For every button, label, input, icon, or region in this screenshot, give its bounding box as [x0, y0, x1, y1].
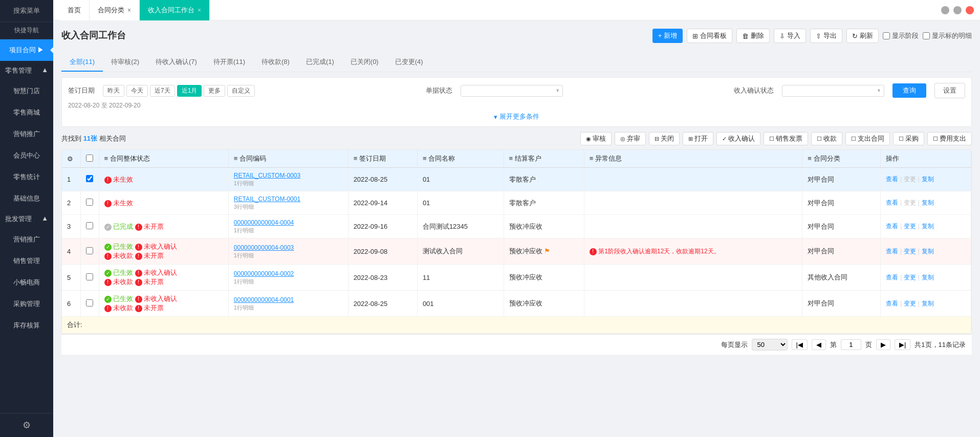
page-prev-button[interactable]: ◀	[812, 339, 826, 350]
sidebar-item-base-info[interactable]: 基础信息	[0, 188, 53, 209]
row1-view[interactable]: 查看	[886, 176, 898, 183]
income-confirm-select[interactable]	[782, 85, 884, 97]
tab-income-workbench[interactable]: 收入合同工作台 ×	[140, 0, 210, 20]
sidebar-item-retail-mall[interactable]: 零售商城	[0, 102, 53, 123]
status-tab-pending-review[interactable]: 待审核(2)	[103, 53, 147, 72]
page-next-button[interactable]: ▶	[876, 339, 890, 350]
expense-button[interactable]: ☐ 费用支出	[927, 132, 972, 145]
row3-copy[interactable]: 复制	[922, 223, 934, 230]
per-page-select[interactable]: 50 100 200	[752, 339, 788, 351]
date-btn-custom[interactable]: 自定义	[227, 85, 255, 97]
sidebar-search[interactable]: 搜索菜单	[0, 0, 53, 22]
tab-contract-type-close[interactable]: ×	[127, 7, 131, 14]
show-mark-checkbox[interactable]	[923, 32, 930, 39]
row5-view[interactable]: 查看	[886, 274, 898, 281]
sidebar-item-inventory[interactable]: 库存核算	[0, 315, 53, 336]
row1-code-link[interactable]: RETAIL_CUSTOM-0003	[234, 172, 300, 179]
row4-change[interactable]: 变更	[904, 248, 916, 255]
row2-code-link[interactable]: RETAIL_CUSTOM-0001	[234, 195, 300, 203]
query-button[interactable]: 查询	[892, 83, 926, 98]
sidebar-item-purchase[interactable]: 采购管理	[0, 293, 53, 315]
row4-code-link[interactable]: 0000000000004-0003	[234, 244, 294, 251]
sidebar-settings[interactable]: ⚙	[0, 413, 53, 437]
tab-home[interactable]: 首页	[59, 0, 90, 20]
page-first-button[interactable]: |◀	[792, 339, 808, 350]
th-settings[interactable]: ⚙	[62, 150, 80, 168]
status-tab-pending-invoice[interactable]: 待开票(11)	[205, 53, 253, 72]
row5-change[interactable]: 变更	[904, 274, 916, 281]
show-stage-checkbox[interactable]	[883, 32, 890, 39]
sidebar-item-xiaochangec[interactable]: 小畅电商	[0, 272, 53, 293]
row1-copy[interactable]: 复制	[922, 176, 934, 183]
row2-select-checkbox[interactable]	[86, 199, 93, 206]
window-close[interactable]	[966, 6, 974, 14]
date-btn-today[interactable]: 今天	[126, 85, 148, 97]
doc-status-select[interactable]	[461, 85, 563, 97]
tab-contract-type[interactable]: 合同分类 ×	[90, 0, 140, 20]
expand-filter-button[interactable]: ▾ 展开更多条件	[68, 112, 965, 121]
sidebar-item-sales-mgmt[interactable]: 销售管理	[0, 250, 53, 272]
row1-change[interactable]: 变更	[904, 176, 916, 183]
window-minimize[interactable]	[941, 6, 949, 14]
sidebar-item-retail-stats[interactable]: 零售统计	[0, 166, 53, 188]
page-last-button[interactable]: ▶|	[895, 339, 910, 350]
status-tab-completed[interactable]: 已完成(1)	[298, 53, 342, 72]
row6-change[interactable]: 变更	[904, 300, 916, 307]
collect-button[interactable]: ☐ 收款	[811, 132, 842, 145]
row1-select-checkbox[interactable]	[86, 175, 93, 182]
open-contract-button[interactable]: ⊞ 打开	[683, 132, 713, 145]
tab-income-workbench-close[interactable]: ×	[198, 7, 201, 14]
row6-view[interactable]: 查看	[886, 300, 898, 307]
select-all-checkbox[interactable]	[86, 155, 93, 162]
status-tab-all[interactable]: 全部(11)	[61, 53, 103, 72]
row3-change[interactable]: 变更	[904, 223, 916, 230]
sidebar-item-wholesale[interactable]: 批发管理 ▲	[0, 209, 53, 229]
sidebar-item-project[interactable]: 项目合同 ▶	[0, 39, 53, 61]
setting-button[interactable]: 设置	[934, 83, 965, 98]
sidebar-item-retail[interactable]: 零售管理 ▲	[0, 61, 53, 80]
close-contract-button[interactable]: ⊟ 关闭	[649, 132, 680, 145]
abandon-button[interactable]: ◎ 弃审	[615, 132, 646, 145]
status-tab-pending-confirm[interactable]: 待收入确认(7)	[147, 53, 205, 72]
date-btn-1month[interactable]: 近1月	[177, 85, 202, 97]
sales-invoice-button[interactable]: ☐ 销售发票	[764, 132, 808, 145]
row2-view[interactable]: 查看	[886, 199, 898, 206]
row2-copy[interactable]: 复制	[922, 199, 934, 206]
delete-button[interactable]: 🗑 删除	[736, 29, 770, 43]
row5-code-link[interactable]: 0000000000004-0002	[234, 270, 294, 277]
row5-copy[interactable]: 复制	[922, 274, 934, 281]
import-button[interactable]: ⇩ 导入	[774, 29, 806, 43]
date-btn-7days[interactable]: 近7天	[150, 85, 175, 97]
row4-view[interactable]: 查看	[886, 248, 898, 255]
row3-select-checkbox[interactable]	[86, 222, 93, 229]
refresh-button[interactable]: ↻ 刷新	[846, 29, 879, 43]
status-tab-changed[interactable]: 已变更(4)	[387, 53, 431, 72]
out-contract-button[interactable]: ☐ 支出合同	[845, 132, 890, 145]
add-button[interactable]: + 新增	[652, 29, 683, 43]
sidebar-item-member[interactable]: 会员中心	[0, 145, 53, 166]
row6-copy[interactable]: 复制	[922, 300, 934, 307]
row6-code-link[interactable]: 0000000000004-0001	[234, 296, 294, 303]
purchase-button[interactable]: ☐ 采购	[893, 132, 924, 145]
sidebar-item-smart-store[interactable]: 智慧门店	[0, 80, 53, 102]
row4-copy[interactable]: 复制	[922, 248, 934, 255]
row5-select-checkbox[interactable]	[86, 273, 93, 280]
review-button[interactable]: ◉ 审核	[580, 132, 612, 145]
sidebar-item-marketing[interactable]: 营销推广	[0, 123, 53, 145]
status-tab-closed[interactable]: 已关闭(0)	[342, 53, 387, 72]
date-btn-more[interactable]: 更多	[204, 85, 225, 97]
row3-code-link[interactable]: 0000000000004-0004	[234, 219, 294, 226]
sidebar-quick-nav[interactable]: 快捷导航	[0, 22, 53, 39]
row4-select-checkbox[interactable]	[86, 247, 93, 254]
date-btn-yesterday[interactable]: 昨天	[103, 85, 124, 97]
status-tab-pending-payment[interactable]: 待收款(8)	[253, 53, 298, 72]
row6-select-checkbox[interactable]	[86, 299, 93, 307]
export-button[interactable]: ⇧ 导出	[810, 29, 842, 43]
row3-view[interactable]: 查看	[886, 223, 898, 230]
window-maximize[interactable]	[953, 6, 962, 14]
contract-view-button[interactable]: ⊞ 合同看板	[687, 29, 732, 43]
income-confirm-button[interactable]: ✓ 收入确认	[716, 132, 760, 145]
row2-change[interactable]: 变更	[904, 199, 916, 206]
page-number-input[interactable]	[841, 339, 861, 350]
sidebar-item-marketing2[interactable]: 营销推广	[0, 229, 53, 250]
